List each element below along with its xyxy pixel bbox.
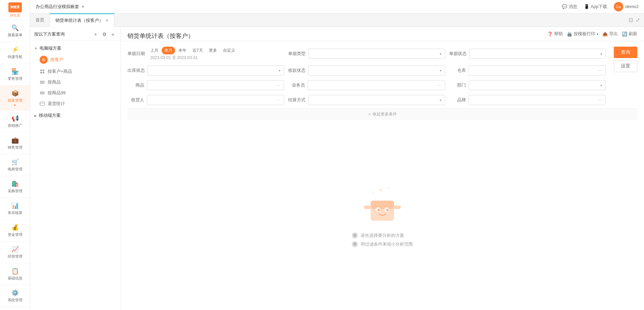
scheme-title: 按以下方案查询 [34,31,65,37]
collapse-bar[interactable]: ∧ 收起更多条件 [127,108,637,120]
date-tab-this-month[interactable]: 本月 [162,47,175,54]
dept-arrow-icon: ▾ [600,84,602,87]
window-controls: ⊡ ⤢ [629,17,644,23]
export-action[interactable]: 📤 导出 [602,31,618,37]
date-tab-last-7[interactable]: 近7天 [190,47,206,54]
window-maximize-icon[interactable]: ⤢ [636,17,640,23]
filter-cell-brand: 品牌 ··· [449,95,606,105]
sidebar-item-search[interactable]: 🔍 搜索菜单 [0,20,30,42]
brand-dots-icon: ··· [598,98,602,102]
tree-item-by-goods-99[interactable]: 按商品99 [30,88,120,98]
empty-hint-2: ② 用过滤条件来缩小分析范围 [352,241,413,247]
salesperson-control[interactable]: ··· [308,80,445,90]
sidebar-item-purchase[interactable]: 🛍️ 采购管理 [0,176,30,198]
receiver-control[interactable]: ··· [147,95,284,105]
sidebar-item-label: 采购管理 [8,189,22,194]
sidebar-item-label: 快捷导航 [8,54,22,59]
help-action[interactable]: ❓ 帮助 [547,31,563,37]
dept-control[interactable]: ▾ [469,80,606,90]
sidebar-item-label: 库存核算 [8,210,22,215]
tree-expand-icon: ▼ [34,47,38,50]
date-tab-more[interactable]: 更多 [206,47,220,54]
svg-rect-16 [371,201,394,209]
date-tab-this-year[interactable]: 本年 [176,47,189,54]
sidebar-item-marketing[interactable]: 📢 营销推广 [0,111,30,133]
template-print-arrow-icon: ▾ [597,32,598,36]
sidebar-item-finance[interactable]: 💰 资金管理 [0,220,30,242]
window-minimize-icon[interactable]: ⊡ [629,17,633,23]
date-tab-custom[interactable]: 自定义 [220,47,238,54]
scheme-collapse-button[interactable]: « [110,31,116,38]
tree-item-return-stat[interactable]: 退货统计 [30,98,120,109]
refresh-action[interactable]: 🔄 刷新 [622,31,637,37]
page-content: 按以下方案查询 + ⚙ « ▼ 电脑端方案 客 按客户 [30,27,644,310]
pay-status-label: 收款状态 [288,67,306,73]
goods-label: 商品 [127,82,144,88]
sidebar: 畅捷通 好生意 🔍 搜索菜单 ⚡ 快捷导航 🏪 零售管理 📦 批发管理 ▲ 📢 … [0,0,30,310]
sidebar-item-system[interactable]: ⚙️ 系统管理 [0,285,30,307]
sidebar-item-basic[interactable]: 📋 基础信息 [0,263,30,285]
page-title-bar: 销货单统计表（按客户） ❓ 帮助 🖨️ 按模板打印 ▾ 📤 导出 [121,27,644,41]
settlement-label: 结算方式 [288,97,306,103]
sidebar-logo[interactable]: 畅捷通 好生意 [0,0,30,20]
scheme-header: 按以下方案查询 + ⚙ « [30,27,120,41]
tab-home[interactable]: 首页 [30,13,50,27]
tree-group-mobile-header[interactable]: ▶ 移动端方案 [30,110,120,120]
svg-rect-4 [40,81,45,82]
sidebar-item-label: 基础信息 [8,276,22,281]
tree-item-by-goods[interactable]: 按商品 [30,77,120,88]
scheme-settings-button[interactable]: ⚙ [101,31,108,38]
help-label: 帮助 [554,31,563,37]
page-title: 销货单统计表（按客户） [127,32,194,40]
warehouse-control[interactable]: ··· [469,65,606,75]
doc-status-control[interactable]: ▾ [469,49,606,59]
brand-control[interactable]: ··· [469,95,606,105]
svg-rect-10 [40,102,45,105]
template-print-action[interactable]: 🖨️ 按模板打印 ▾ [567,31,598,37]
content-area: 销货单统计表（按客户） ❓ 帮助 🖨️ 按模板打印 ▾ 📤 导出 [121,27,644,310]
tree-item-by-goods-99-label: 按商品99 [48,90,65,96]
sidebar-item-enterprise[interactable]: 🤝 企业协同 [0,307,30,310]
svg-rect-21 [364,206,371,209]
tree-item-customer-goods[interactable]: 按客户+商品 [30,66,120,77]
tree-group-desktop: ▼ 电脑端方案 客 按客户 按客户+商品 [30,43,120,109]
doc-type-control[interactable]: ▾ [308,49,445,59]
template-print-icon: 🖨️ [567,32,572,37]
sidebar-item-ecommerce[interactable]: 🛒 电商管理 [0,154,30,176]
goods-control[interactable]: ··· [147,80,284,90]
scheme-add-button[interactable]: + [92,31,99,38]
tab-sales-stat[interactable]: 销货单统计表（按客户） ✕ [50,13,114,27]
message-action[interactable]: 💬 消息 [562,4,577,10]
query-button[interactable]: 查询 [614,47,637,58]
dropdown-arrow-icon[interactable]: ▾ [82,4,84,9]
sidebar-item-retail[interactable]: 🏪 零售管理 [0,64,30,86]
sidebar-item-sales[interactable]: 💼 销售管理 [0,133,30,154]
filter-row-4: 收货人 ··· 结算方式 ▾ [127,95,606,105]
wholesale-icon: 📦 [11,90,19,97]
filter-cell-goods: 商品 ··· [127,80,284,90]
hint-num-1: ① [352,232,358,239]
sidebar-item-operation[interactable]: 📈 经营管理 [0,242,30,263]
filter-cell-settlement: 结算方式 ▾ [288,95,445,105]
header-left: 办公用品行业模拟账套 ▾ [36,4,84,10]
scheme-actions: + ⚙ « [92,31,116,38]
tree-item-by-customer[interactable]: 客 按客户 [30,53,120,66]
settlement-control[interactable]: ▾ [308,95,445,105]
sidebar-item-wholesale[interactable]: 📦 批发管理 ▲ [0,86,30,111]
hint-num-2: ② [352,241,358,247]
customer-goods-icon [40,69,45,74]
svg-rect-2 [40,72,42,73]
tree-group-desktop-header[interactable]: ▼ 电脑端方案 [30,43,120,53]
out-status-control[interactable]: ▾ [148,65,284,75]
date-tab-last-month[interactable]: 上月 [148,47,161,54]
sidebar-item-inventory[interactable]: 📊 库存核算 [0,198,30,220]
filter-row-1: 单据日期 上月 本月 本年 近7天 更多 自定义 [127,47,606,61]
user-profile[interactable]: Ea demo2 [614,2,639,11]
tab-close-icon[interactable]: ✕ [105,18,109,23]
refresh-icon: 🔄 [622,32,627,37]
app-download-action[interactable]: 📱 App下载 [584,4,607,10]
svg-rect-9 [40,94,45,94]
settings-button[interactable]: 设置 [614,60,637,72]
pay-status-control[interactable]: ▾ [308,65,445,75]
sidebar-item-quick-nav[interactable]: ⚡ 快捷导航 [0,42,30,64]
